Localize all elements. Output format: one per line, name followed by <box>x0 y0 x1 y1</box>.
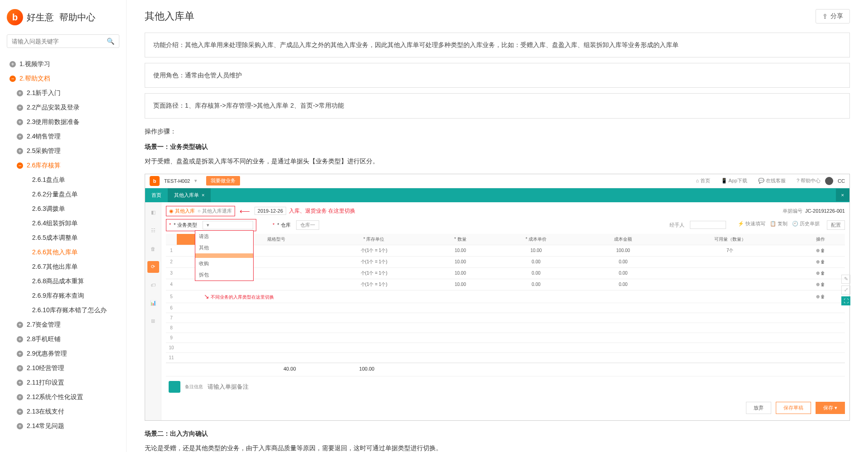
nav-2-12[interactable]: +2.12系统个性化设置 <box>7 390 119 404</box>
emb-nav-icon: 🏷 <box>147 279 159 291</box>
brand-name: 好生意 <box>27 11 54 24</box>
emb-tool-fill: ⚡ 快速填写 <box>738 220 765 230</box>
nav-2-10[interactable]: +2.10经营管理 <box>7 361 119 376</box>
emb-side-icons: ✎⤢⛶ <box>841 275 850 305</box>
emb-table: * 商品 规格型号 * 库存单位 * 数量 * 成本单价 成本金额 可用量（数量… <box>166 234 845 363</box>
emb-remark-label: 备注信息 <box>185 384 203 390</box>
emb-new-button: 我要做业务 <box>206 176 240 186</box>
brand-logo: b <box>7 9 23 25</box>
page-title: 其他入库单 <box>145 10 194 23</box>
nav-docs[interactable]: −2.帮助文档 <box>7 71 119 86</box>
emb-nav-icon: 📊 <box>147 297 159 309</box>
nav-2-2[interactable]: +2.2产品安装及登录 <box>7 100 119 115</box>
emb-type-radio: ◉ 其他入库 ○ 其他入库退库 <box>166 206 235 216</box>
nav-2-4[interactable]: +2.4销售管理 <box>7 129 119 144</box>
nav-2-1[interactable]: +2.1新手入门 <box>7 86 119 100</box>
steps-label: 操作步骤： <box>145 128 850 136</box>
emb-leftbar: ◧ ☷ 🗑 ⟳ 🏷 📊 ⊞ <box>145 202 161 420</box>
intro-box: 功能介绍：其他入库单用来处理除采购入库、产成品入库之外的其他入库业务，因此其他入… <box>145 33 850 57</box>
emb-top-app: 📱 App下载 <box>721 177 747 184</box>
emb-top-help: ? 帮助中心 <box>797 177 821 184</box>
nav-2-14[interactable]: +2.14常见问题 <box>7 419 119 433</box>
share-label: 分享 <box>830 12 843 20</box>
nav-2-6-4[interactable]: 2.6.4组装拆卸单 <box>7 216 119 231</box>
emb-remark-icon <box>169 381 180 393</box>
share-icon: ⇪ <box>822 13 828 20</box>
emb-draft-button: 保存草稿 <box>776 402 811 414</box>
brand-row: b 好生意 帮助中心 <box>7 9 119 25</box>
scene1-title: 场景一：业务类型确认 <box>145 143 850 151</box>
share-button[interactable]: ⇪ 分享 <box>816 9 850 24</box>
nav-2-7[interactable]: +2.7资金管理 <box>7 318 119 332</box>
nav-video[interactable]: +1.视频学习 <box>7 57 119 71</box>
emb-top-home: ⌂ 首页 <box>696 177 710 184</box>
nav-tree: +1.视频学习 −2.帮助文档 +2.1新手入门 +2.2产品安装及登录 +2.… <box>7 57 119 433</box>
nav-2-6-6[interactable]: 2.6.6其他入库单 <box>7 245 119 260</box>
nav-2-3[interactable]: +2.3使用前数据准备 <box>7 115 119 129</box>
search-box[interactable]: 🔍 <box>7 34 119 48</box>
emb-date: 2019-12-26 <box>255 207 286 215</box>
emb-cancel-button: 放弃 <box>746 402 771 414</box>
sidebar: b 好生意 帮助中心 🔍 +1.视频学习 −2.帮助文档 +2.1新手入门 +2… <box>0 0 127 452</box>
emb-logo-icon: b <box>150 176 160 186</box>
emb-sum-amt: 100.00 <box>359 366 375 371</box>
nav-2-6-10[interactable]: 2.6.10库存账本错了怎么办 <box>7 303 119 318</box>
emb-dropdown: 请选 其他 收购 拆包 <box>195 230 254 281</box>
nav-2-13[interactable]: +2.13在线支付 <box>7 404 119 419</box>
emb-tool-copy: 📋 复制 <box>770 220 788 230</box>
emb-config-button: 配置 <box>827 220 845 230</box>
arrow-icon: ⟵ <box>240 207 250 215</box>
nav-2-6-1[interactable]: 2.6.1盘点单 <box>7 173 119 187</box>
nav-2-6-7[interactable]: 2.6.7其他出库单 <box>7 260 119 274</box>
emb-nav-icon-active: ⟳ <box>147 261 159 273</box>
nav-2-6-3[interactable]: 2.6.3调拨单 <box>7 202 119 216</box>
emb-nav-icon: ◧ <box>147 207 159 219</box>
emb-close-icon: × <box>836 189 849 201</box>
nav-2-9[interactable]: +2.9优惠券管理 <box>7 347 119 361</box>
emb-tab-doc: 其他入库单× <box>168 188 211 202</box>
emb-remark-input <box>208 383 842 390</box>
search-icon[interactable]: 🔍 <box>107 38 114 45</box>
emb-agent-label: 经手人 <box>670 222 684 228</box>
nav-2-5[interactable]: +2.5采购管理 <box>7 144 119 158</box>
emb-account: TEST-H002 <box>164 178 190 184</box>
scene2-title: 场景二：出入方向确认 <box>145 430 850 438</box>
emb-tool-history: 🕘 历史单据 <box>792 220 820 230</box>
emb-save-button: 保存 ▾ <box>816 402 845 414</box>
emb-sum-qty: 40.00 <box>283 366 296 371</box>
emb-tab-home: 首页 <box>145 188 168 202</box>
main-content: 其他入库单 ⇪ 分享 功能介绍：其他入库单用来处理除采购入库、产成品入库之外的其… <box>127 0 868 452</box>
nav-2-8[interactable]: +2.8手机旺铺 <box>7 332 119 347</box>
nav-2-6-2[interactable]: 2.6.2分量盘点单 <box>7 187 119 202</box>
emb-nav-icon: ⊞ <box>147 315 159 327</box>
emb-code: JC-20191226-001 <box>805 208 845 214</box>
nav-2-6[interactable]: −2.6库存核算 <box>7 158 119 173</box>
nav-2-6-5[interactable]: 2.6.5成本调整单 <box>7 231 119 245</box>
brand-sub: 帮助中心 <box>59 11 95 24</box>
nav-2-6-9[interactable]: 2.6.9库存账本查询 <box>7 289 119 303</box>
scene1-text: 对于受赠、盘盈或是拆装入库等不同的业务，是通过单据头【业务类型】进行区分。 <box>145 155 850 167</box>
nav-2-11[interactable]: +2.11打印设置 <box>7 376 119 390</box>
emb-warehouse: 仓库一 <box>296 220 319 230</box>
emb-avatar <box>825 177 833 185</box>
emb-nav-icon: ☷ <box>147 225 159 237</box>
emb-code-label: 单据编号 <box>783 208 802 214</box>
scene2-text1: 无论是受赠，还是其他类型的业务，由于入库商品质量等原因，需要退回，这时可通过单据… <box>145 442 850 452</box>
embedded-screenshot: b TEST-H002 ▾ 我要做业务 ⌂ 首页 📱 App下载 💬 在线客服 … <box>145 174 850 421</box>
emb-biztype-box: ** 业务类型 ▾ <box>166 219 256 231</box>
search-input[interactable] <box>12 38 107 45</box>
emb-username: CC <box>838 178 845 184</box>
nav-2-6-8[interactable]: 2.6.8商品成本重算 <box>7 274 119 289</box>
path-box: 页面路径：1、库存核算->库存管理->其他入库单 2、首页->常用功能 <box>145 93 850 118</box>
emb-anno1: 入库、退货业务 在这里切换 <box>289 207 355 215</box>
emb-nav-icon: 🗑 <box>147 243 159 255</box>
emb-top-chat: 💬 在线客服 <box>758 177 786 184</box>
role-box: 使用角色：通常由仓管人员维护 <box>145 63 850 88</box>
